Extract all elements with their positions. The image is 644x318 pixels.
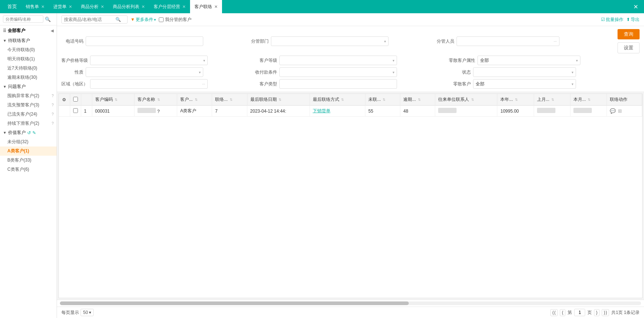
sidebar-item-tomorrow[interactable]: 明天待联络(1) — [0, 54, 57, 64]
num-column-header — [81, 94, 92, 106]
not-contacted-cell: 55 — [365, 106, 400, 117]
this-year-column-header[interactable]: 本年... ⇅ — [497, 94, 534, 106]
retail-attr-select[interactable]: 全部 ▾ — [477, 56, 580, 65]
last-month-column-header[interactable]: 上月... ⇅ — [534, 94, 570, 106]
export-button[interactable]: ⬆ 导出 — [626, 17, 640, 23]
sidebar-item-c-class[interactable]: C类客户(6) — [0, 165, 57, 174]
dots-icon: ··· — [554, 39, 557, 43]
last-method-column-header[interactable]: 最后联络方式 ⇅ — [310, 94, 365, 106]
sidebar-search-icon[interactable]: 🔍 — [45, 17, 51, 22]
select-all-checkbox[interactable] — [73, 97, 78, 102]
num-cell: 1 — [81, 106, 92, 117]
type-column-header[interactable]: 客户... ⇅ — [177, 94, 212, 106]
code-column-header[interactable]: 客户编码 ⇅ — [92, 94, 135, 106]
sidebar-item-7days[interactable]: 近7天待联络(0) — [0, 64, 57, 73]
sidebar-all-customers[interactable]: ⠿ 全部客户 ◀ — [0, 25, 57, 36]
my-customers-checkbox[interactable] — [159, 17, 164, 22]
customer-grade-select[interactable]: ▾ — [279, 56, 397, 65]
per-page-select[interactable]: 50 ▾ — [80, 309, 94, 316]
search-input[interactable] — [64, 17, 115, 22]
chat-icon[interactable]: 💬 — [610, 108, 616, 114]
unit-contact-cell — [435, 106, 497, 117]
sort-icon: ⇅ — [383, 98, 386, 102]
row-checkbox[interactable] — [73, 108, 78, 113]
overdue-column-header[interactable]: 逾期... ⇅ — [400, 94, 435, 106]
person-select[interactable]: ··· — [457, 36, 559, 46]
sidebar-group-pending[interactable]: ▼ 待联络客户 — [0, 36, 57, 45]
sidebar-item-b-class[interactable]: B类客户(33) — [0, 156, 57, 165]
region-select[interactable]: ··· — [90, 79, 208, 89]
sort-icon: ⇅ — [471, 98, 474, 102]
query-button[interactable]: 查询 — [618, 29, 640, 39]
first-page-button[interactable]: ⟨⟨ — [550, 309, 558, 316]
sidebar-item-churn-warning[interactable]: 流失预警客户(3) ? — [0, 100, 57, 110]
close-icon[interactable]: ✕ — [101, 4, 104, 9]
dept-select[interactable]: ▾ — [271, 36, 389, 46]
sidebar-group-value[interactable]: ▼ 价值客户 ↺ ✎ — [0, 128, 57, 137]
info-icon: ? — [51, 112, 54, 116]
grid-icon[interactable]: ⊞ — [618, 108, 622, 114]
page-input[interactable] — [574, 309, 585, 316]
edit-icon[interactable]: ✎ — [32, 130, 36, 135]
status-select[interactable]: ▾ — [473, 67, 576, 77]
nav-tab-customer-ops[interactable]: 客户分层经营 ✕ — [149, 0, 190, 13]
payment-label: 收付款条件 — [255, 69, 277, 75]
close-icon[interactable]: ✕ — [142, 4, 145, 9]
retail-customer-select[interactable]: 全部 ▾ — [473, 79, 576, 89]
sidebar-group-problem[interactable]: ▼ 问题客户 — [0, 82, 57, 91]
filter-cell-price-grade: 客户价格等级 ▾ — [61, 56, 252, 65]
close-icon[interactable]: ✕ — [69, 4, 72, 9]
sidebar-item-churned[interactable]: 已流失客户(24) ? — [0, 110, 57, 119]
sidebar-item-overdue[interactable]: 逾期未联络(30) — [0, 73, 57, 82]
last-method-link[interactable]: 下销货单 — [313, 108, 330, 113]
sidebar-item-hoarding[interactable]: 囤购异常客户(2) ? — [0, 91, 57, 100]
phone-input[interactable] — [86, 36, 203, 46]
sort-icon: ⇅ — [195, 98, 198, 102]
sidebar-item-ungrouped[interactable]: 未分组(32) — [0, 137, 57, 146]
sort-icon: ⇅ — [115, 98, 118, 102]
close-icon[interactable]: ✕ — [41, 4, 44, 9]
sidebar-item-declining[interactable]: 持续下滑客户(2) ? — [0, 119, 57, 128]
action-cell: 💬 ⊞ — [607, 106, 642, 117]
refresh-icon[interactable]: ↺ — [27, 130, 31, 135]
contact-cell: 7 — [212, 106, 247, 117]
pagination: 每页显示 50 ▾ ⟨⟨ ⟨ 第 页 ⟩ ⟩⟩ 共1页 1条记录 — [57, 307, 644, 318]
nav-home[interactable]: 首页 — [3, 0, 21, 13]
nav-tab-analysis[interactable]: 商品分析 ✕ — [76, 0, 108, 13]
gear-column-header[interactable]: ⚙ — [59, 94, 70, 106]
more-conditions-btn[interactable]: ▼ 更多条件 ▾ — [130, 17, 156, 23]
price-grade-select[interactable]: ▾ — [90, 56, 208, 65]
unit-contact-column-header[interactable]: 往来单位联系人 ⇅ — [435, 94, 497, 106]
customer-type-select[interactable] — [279, 79, 397, 89]
last-page-button[interactable]: ⟩⟩ — [602, 309, 609, 316]
next-page-button[interactable]: ⟩ — [594, 309, 600, 316]
nav-tab-purchase[interactable]: 进货单 ✕ — [49, 0, 76, 13]
search-input-area: 🔍 — [61, 15, 128, 24]
close-icon[interactable]: ✕ — [214, 4, 218, 9]
name-column-header[interactable]: 客户名称 ⇅ — [135, 94, 177, 106]
payment-select[interactable]: ▾ — [279, 67, 397, 77]
search-icon[interactable]: 🔍 — [115, 17, 121, 22]
scroll-track[interactable] — [60, 301, 641, 305]
this-month-column-header[interactable]: 本月... ⇅ — [570, 94, 607, 106]
nav-tab-analysis-list[interactable]: 商品分析列表 ✕ — [108, 0, 149, 13]
nav-tab-customer-contact[interactable]: 客户联络 ✕ — [190, 0, 222, 13]
not-contacted-column-header[interactable]: 未联... ⇅ — [365, 94, 400, 106]
sort-icon: ⇅ — [279, 98, 282, 102]
batch-op-button[interactable]: ☑ 批量操作 — [601, 17, 623, 23]
close-icon[interactable]: ✕ — [182, 4, 186, 9]
prev-page-button[interactable]: ⟨ — [560, 309, 565, 316]
window-close-button[interactable]: ✕ — [630, 3, 641, 10]
sidebar-item-today[interactable]: 今天待联络(0) — [0, 45, 57, 54]
filter-cell-dept: 分管部门 ▾ — [247, 36, 429, 46]
last-date-column-header[interactable]: 最后联络日期 ⇅ — [247, 94, 310, 106]
nature-select[interactable]: ▾ — [86, 67, 203, 77]
dots-icon: ··· — [202, 82, 205, 86]
sidebar-item-a-class[interactable]: A类客户(1) — [0, 146, 57, 156]
chevron-down-icon: ▾ — [393, 59, 394, 63]
contact-column-header[interactable]: 联络... ⇅ — [212, 94, 247, 106]
nav-tab-sales[interactable]: 销售单 ✕ — [21, 0, 49, 13]
scroll-thumb[interactable] — [60, 301, 409, 305]
settings-button[interactable]: 设置 — [618, 42, 640, 53]
sidebar-search-input[interactable] — [3, 15, 43, 23]
